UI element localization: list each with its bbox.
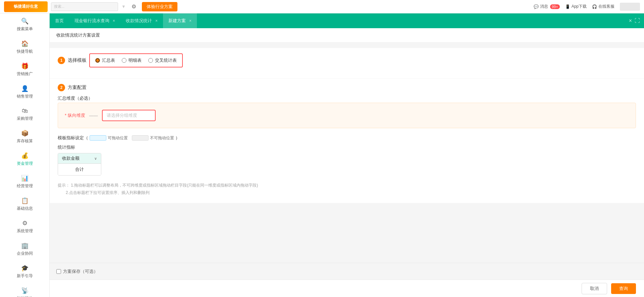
save-checkbox[interactable] bbox=[56, 269, 61, 274]
tab-collection-stats[interactable]: 收款情况统计 × bbox=[120, 13, 163, 28]
notification-button[interactable]: 💬 消息 99+ bbox=[534, 4, 560, 9]
tab-home[interactable]: 首页 bbox=[50, 13, 69, 28]
radio-summary[interactable]: 汇总表 bbox=[95, 57, 115, 63]
tab-new-plan[interactable]: 新建方案 × bbox=[163, 13, 197, 28]
sidebar-item-purchase[interactable]: 🛍 采购管理 bbox=[0, 103, 49, 126]
tips-prefix: 提示： bbox=[58, 183, 70, 188]
tips-section: 提示： 1.拖动标题栏可以调整布局，不可跨维度或指标区域拖动栏目字段(只能在同一… bbox=[58, 182, 636, 196]
sidebar-item-quick-nav[interactable]: 🏠 快捷导航 bbox=[0, 36, 49, 58]
stat-label: 统计指标 bbox=[58, 144, 636, 150]
search-icon: 🔍 bbox=[21, 17, 29, 25]
sidebar-item-system[interactable]: ⚙ 系统管理 bbox=[0, 215, 49, 238]
step1-title: 选择模板 bbox=[68, 57, 87, 63]
template-selector: 汇总表 明细表 交叉统计表 bbox=[89, 53, 183, 67]
step2-title: 方案配置 bbox=[68, 85, 87, 91]
message-icon: 💬 bbox=[534, 4, 539, 9]
dimension-area: * 纵向维度 —— 请选择分组维度 bbox=[58, 103, 636, 128]
sidebar-item-sales[interactable]: 👤 销售管理 bbox=[0, 81, 49, 103]
fixed-legend-dot bbox=[132, 135, 149, 141]
indicator-legend-row: 模板指标设定（ 可拖动位置 不可拖动位置 ） bbox=[58, 135, 636, 141]
gear-button[interactable]: ⚙ bbox=[129, 2, 139, 11]
home-icon: 🏠 bbox=[21, 40, 29, 47]
search-bar: 搜索... bbox=[51, 2, 118, 11]
vertical-dimension-label: * 纵向维度 bbox=[65, 112, 85, 118]
sidebar-item-finance[interactable]: 💰 资金管理 bbox=[0, 148, 49, 170]
step2-section: 2 方案配置 汇总维度（必选） * 纵向维度 —— 请选择分组维度 bbox=[50, 79, 644, 203]
footer: 方案保存（可选） bbox=[50, 263, 644, 280]
radio-detail[interactable]: 明细表 bbox=[122, 57, 142, 63]
chevron-down-icon: ∨ bbox=[94, 156, 97, 161]
indicator-section: 模板指标设定（ 可拖动位置 不可拖动位置 ） 统计指标 收款金额 ∨ 合计 bbox=[58, 135, 636, 177]
step1-section: 1 选择模板 汇总表 明细表 bbox=[50, 48, 644, 78]
user-avatar[interactable] bbox=[620, 3, 640, 11]
graduate-icon: 🎓 bbox=[21, 264, 29, 272]
draggable-legend-dot bbox=[90, 135, 106, 141]
action-bar: 取消 查询 bbox=[50, 280, 644, 297]
app-logo: 畅捷通好生意 bbox=[4, 1, 48, 12]
download-icon: 📱 bbox=[565, 4, 570, 9]
settings-icon: ⚙ bbox=[22, 219, 28, 227]
sidebar-item-operations[interactable]: 📊 经营管理 bbox=[0, 170, 49, 193]
page-title: 收款情况统计方案设置 bbox=[50, 28, 644, 43]
tab-cash-flow[interactable]: 现金银行流水查询 × bbox=[69, 13, 120, 28]
arrow: —— bbox=[89, 113, 98, 118]
sidebar-item-search[interactable]: 🔍 搜索菜单 bbox=[0, 13, 49, 36]
sidebar: 🔍 搜索菜单 🏠 快捷导航 🎁 营销推广 👤 销售管理 🛍 采购管理 📦 库存核… bbox=[0, 13, 50, 297]
chart-icon: 📊 bbox=[21, 175, 29, 182]
cancel-button[interactable]: 取消 bbox=[582, 283, 607, 294]
tab-close-cash-flow[interactable]: × bbox=[113, 18, 115, 23]
tab-close-collection-stats[interactable]: × bbox=[155, 18, 158, 23]
query-button[interactable]: 查询 bbox=[611, 283, 636, 294]
box-icon: 📦 bbox=[21, 130, 29, 137]
radio-group-template: 汇总表 明细表 交叉统计表 bbox=[95, 57, 177, 63]
tab-bar: 首页 现金银行流水查询 × 收款情况统计 × 新建方案 × × ⛶ bbox=[50, 13, 644, 28]
service-button[interactable]: 🎧 在线客服 bbox=[592, 4, 614, 9]
trial-button[interactable]: 体验行业方案 bbox=[142, 2, 177, 11]
step1-header: 1 选择模板 汇总表 明细表 bbox=[58, 53, 636, 67]
maximize-icon[interactable]: ⛶ bbox=[635, 18, 640, 24]
step1-badge: 1 bbox=[58, 57, 65, 64]
building-icon: 🏢 bbox=[21, 242, 29, 249]
list-icon: 📋 bbox=[21, 197, 29, 204]
page-content: 收款情况统计方案设置 1 选择模板 汇总表 bbox=[50, 28, 644, 263]
device-icon: 📡 bbox=[21, 287, 29, 294]
indicator-table: 收款金额 ∨ 合计 bbox=[58, 153, 101, 176]
close-window-icon[interactable]: × bbox=[629, 18, 632, 24]
top-actions: 💬 消息 99+ 📱 App下载 🎧 在线客服 bbox=[534, 3, 640, 11]
indicator-column-header[interactable]: 收款金额 ∨ bbox=[58, 153, 101, 164]
sidebar-item-newbie[interactable]: 🎓 新手引导 bbox=[0, 260, 49, 283]
sidebar-item-corp[interactable]: 🏢 企业协同 bbox=[0, 238, 49, 260]
sidebar-item-smart-hw[interactable]: 📡 智能硬件 bbox=[0, 283, 49, 297]
top-bar: 畅捷通好生意 搜索... ▼ ⚙ 体验行业方案 💬 消息 99+ 📱 App下载… bbox=[0, 0, 644, 13]
tab-window-controls: × ⛶ bbox=[629, 13, 644, 28]
sidebar-item-marketing[interactable]: 🎁 营销推广 bbox=[0, 58, 49, 81]
person-icon: 👤 bbox=[21, 85, 29, 92]
vertical-dimension-row: * 纵向维度 —— 请选择分组维度 bbox=[65, 110, 629, 121]
money-icon: 💰 bbox=[21, 152, 29, 159]
download-button[interactable]: 📱 App下载 bbox=[565, 4, 587, 9]
sidebar-item-inventory[interactable]: 📦 库存核算 bbox=[0, 126, 49, 148]
radio-cross[interactable]: 交叉统计表 bbox=[148, 57, 177, 63]
tab-close-new-plan[interactable]: × bbox=[189, 18, 192, 23]
save-option-checkbox[interactable]: 方案保存（可选） bbox=[56, 268, 98, 275]
step2-badge: 2 bbox=[58, 84, 65, 91]
headset-icon: 🎧 bbox=[592, 4, 597, 9]
bag-icon: 🛍 bbox=[22, 107, 28, 114]
gift-icon: 🎁 bbox=[21, 62, 29, 70]
sidebar-item-base-info[interactable]: 📋 基础信息 bbox=[0, 193, 49, 215]
step2-header: 2 方案配置 bbox=[58, 79, 636, 95]
dimension-label: 汇总维度（必选） bbox=[58, 95, 636, 101]
indicator-total-row: 合计 bbox=[58, 164, 101, 175]
main-area: 首页 现金银行流水查询 × 收款情况统计 × 新建方案 × × ⛶ bbox=[50, 13, 644, 297]
dimension-select[interactable]: 请选择分组维度 bbox=[102, 110, 156, 121]
